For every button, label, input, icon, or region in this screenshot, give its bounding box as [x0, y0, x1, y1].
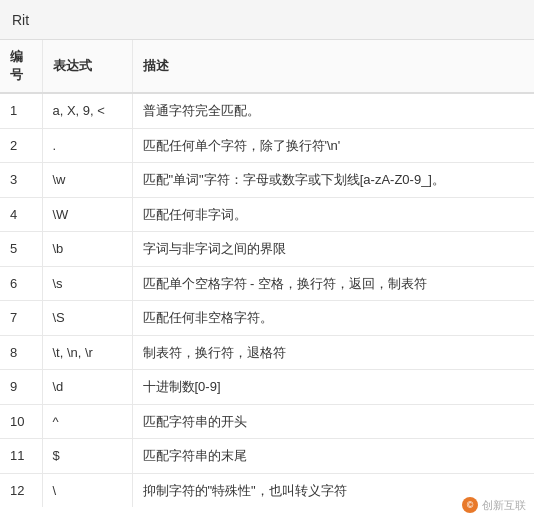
cell-expr: .: [42, 128, 132, 163]
cell-desc: 制表符，换行符，退格符: [132, 335, 534, 370]
watermark: © 创新互联: [462, 497, 526, 513]
cell-num: 5: [0, 232, 42, 267]
cell-desc: 匹配字符串的末尾: [132, 439, 534, 474]
cell-num: 1: [0, 93, 42, 128]
cell-expr: ^: [42, 404, 132, 439]
watermark-text: 创新互联: [482, 498, 526, 513]
header-bar: Rit: [0, 0, 534, 40]
cell-expr: \S: [42, 301, 132, 336]
cell-expr: \b: [42, 232, 132, 267]
cell-num: 10: [0, 404, 42, 439]
cell-expr: \t, \n, \r: [42, 335, 132, 370]
cell-expr: \w: [42, 163, 132, 198]
col-header-expr: 表达式: [42, 40, 132, 93]
cell-expr: $: [42, 439, 132, 474]
cell-num: 12: [0, 473, 42, 507]
regex-table: 编号 表达式 描述 1a, X, 9, <普通字符完全匹配。2.匹配任何单个字符…: [0, 40, 534, 507]
cell-num: 2: [0, 128, 42, 163]
table-row: 3\w匹配"单词"字符：字母或数字或下划线[a-zA-Z0-9_]。: [0, 163, 534, 198]
table-header-row: 编号 表达式 描述: [0, 40, 534, 93]
cell-expr: \d: [42, 370, 132, 405]
cell-desc: 匹配"单词"字符：字母或数字或下划线[a-zA-Z0-9_]。: [132, 163, 534, 198]
table-row: 5\b字词与非字词之间的界限: [0, 232, 534, 267]
cell-desc: 字词与非字词之间的界限: [132, 232, 534, 267]
table-row: 10^匹配字符串的开头: [0, 404, 534, 439]
cell-num: 6: [0, 266, 42, 301]
table-row: 9\d十进制数[0-9]: [0, 370, 534, 405]
cell-expr: a, X, 9, <: [42, 93, 132, 128]
cell-num: 3: [0, 163, 42, 198]
table-row: 1a, X, 9, <普通字符完全匹配。: [0, 93, 534, 128]
table-row: 7\S匹配任何非空格字符。: [0, 301, 534, 336]
table-row: 2.匹配任何单个字符，除了换行符'\n': [0, 128, 534, 163]
table-row: 12\抑制字符的"特殊性"，也叫转义字符: [0, 473, 534, 507]
cell-expr: \: [42, 473, 132, 507]
cell-desc: 匹配单个空格字符 - 空格，换行符，返回，制表符: [132, 266, 534, 301]
table-row: 11$匹配字符串的末尾: [0, 439, 534, 474]
col-header-desc: 描述: [132, 40, 534, 93]
cell-num: 7: [0, 301, 42, 336]
table-row: 8\t, \n, \r制表符，换行符，退格符: [0, 335, 534, 370]
cell-expr: \W: [42, 197, 132, 232]
cell-desc: 匹配任何非字词。: [132, 197, 534, 232]
cell-expr: \s: [42, 266, 132, 301]
cell-desc: 十进制数[0-9]: [132, 370, 534, 405]
col-header-num: 编号: [0, 40, 42, 93]
cell-num: 9: [0, 370, 42, 405]
cell-desc: 普通字符完全匹配。: [132, 93, 534, 128]
watermark-icon: ©: [462, 497, 478, 513]
cell-num: 11: [0, 439, 42, 474]
table-row: 4\W匹配任何非字词。: [0, 197, 534, 232]
cell-num: 8: [0, 335, 42, 370]
cell-desc: 匹配任何非空格字符。: [132, 301, 534, 336]
cell-num: 4: [0, 197, 42, 232]
cell-desc: 匹配任何单个字符，除了换行符'\n': [132, 128, 534, 163]
table-row: 6\s匹配单个空格字符 - 空格，换行符，返回，制表符: [0, 266, 534, 301]
header-title: Rit: [12, 12, 29, 28]
cell-desc: 匹配字符串的开头: [132, 404, 534, 439]
